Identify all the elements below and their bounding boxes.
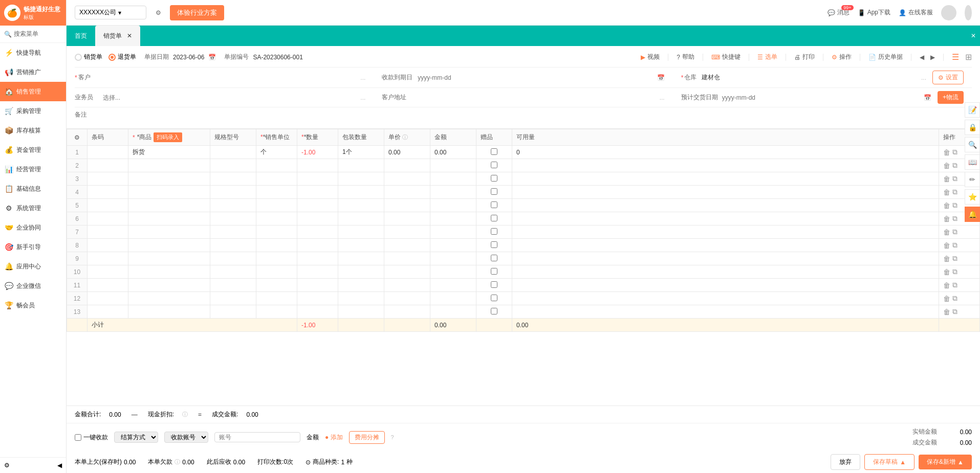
pkg-qty-2[interactable] <box>338 159 384 172</box>
amount-1[interactable]: 0.00 <box>430 146 476 159</box>
sidebar-item-collab[interactable]: 🤝 企业协同 <box>0 218 66 237</box>
user-avatar2[interactable] <box>965 5 972 20</box>
delete-row-5[interactable]: 🗑 <box>943 201 950 210</box>
float-pen-button[interactable]: ✏ <box>965 172 980 187</box>
sidebar-item-marketing[interactable]: 📢 营销推广 <box>0 62 66 82</box>
radio-return-order[interactable]: 退货单 <box>108 53 136 61</box>
copy-row-8[interactable]: ⧉ <box>952 241 957 250</box>
float-book-button[interactable]: 📖 <box>965 154 980 170</box>
calendar-icon[interactable]: 📅 <box>208 54 216 61</box>
sidebar-item-system[interactable]: ⚙ 系统管理 <box>0 198 66 218</box>
copy-row-1[interactable]: ⧉ <box>952 148 957 156</box>
delete-row-3[interactable]: 🗑 <box>943 175 950 183</box>
sidebar-search[interactable]: 🔍 搜索菜单 <box>0 26 66 43</box>
copy-row-9[interactable]: ⧉ <box>952 254 957 263</box>
salesperson-input[interactable] <box>103 94 358 101</box>
unit-price-1[interactable]: 0.00 <box>384 146 430 159</box>
barcode-2[interactable] <box>88 159 128 172</box>
copy-row-3[interactable]: ⧉ <box>952 174 957 183</box>
online-service-button[interactable]: 👤 在线客服 <box>899 8 933 17</box>
sidebar-item-guide[interactable]: 🎯 新手引导 <box>0 237 66 257</box>
gift-1[interactable] <box>476 146 512 159</box>
gift-checkbox-1[interactable] <box>491 148 497 155</box>
float-star-button[interactable]: ⭐ <box>965 189 980 205</box>
delete-row-2[interactable]: 🗑 <box>943 162 950 170</box>
copy-row-2[interactable]: ⧉ <box>952 161 957 170</box>
sidebar-item-basics[interactable]: 📋 基础信息 <box>0 179 66 198</box>
customer-more-icon[interactable]: ... <box>360 74 365 81</box>
remarks-input[interactable] <box>103 111 964 119</box>
view-toggle-list[interactable]: ☰ <box>952 52 959 62</box>
settings-icon[interactable]: ⚙ <box>4 462 10 469</box>
collapse-icon[interactable]: ◀ <box>57 462 62 469</box>
float-lock-button[interactable]: 🔒 <box>965 120 980 135</box>
prev-icon[interactable]: ◀ <box>920 54 924 61</box>
qty-1[interactable]: -1.00 <box>297 146 338 159</box>
tab-sales-order[interactable]: 销货单 ✕ <box>95 26 140 46</box>
delete-row-1[interactable]: 🗑 <box>943 148 950 156</box>
scan-button[interactable]: 扫码录入 <box>154 132 182 142</box>
copy-row-5[interactable]: ⧉ <box>952 201 957 210</box>
user-avatar[interactable] <box>941 5 956 20</box>
spec-1[interactable] <box>210 146 256 159</box>
copy-row-6[interactable]: ⧉ <box>952 214 957 223</box>
sidebar-item-quick-nav[interactable]: ⚡ 快捷导航 <box>0 43 66 62</box>
sidebar-item-member[interactable]: 🏆 畅会员 <box>0 296 66 315</box>
print-button[interactable]: 🖨 打印 <box>794 53 815 61</box>
history-button[interactable]: 📄 历史单据 <box>868 53 903 61</box>
help-button[interactable]: ? 帮助 <box>677 53 694 61</box>
delete-row-9[interactable]: 🗑 <box>943 255 950 263</box>
copy-row-10[interactable]: ⧉ <box>952 267 957 276</box>
barcode-1[interactable] <box>88 146 128 159</box>
copy-row-12[interactable]: ⧉ <box>952 294 957 303</box>
delivery-calendar-icon[interactable]: 📅 <box>924 94 931 101</box>
warehouse-more-icon[interactable]: ... <box>921 74 926 81</box>
delete-row-8[interactable]: 🗑 <box>943 241 950 250</box>
salesperson-more-icon[interactable]: ... <box>360 94 365 101</box>
settlement-method-select[interactable]: 结算方式 <box>114 432 158 443</box>
fee-split-button[interactable]: 费用分摊 <box>349 431 385 444</box>
save-draft-button[interactable]: 保存草稿 ▲ <box>864 454 914 470</box>
next-icon[interactable]: ▶ <box>930 54 935 61</box>
message-button[interactable]: 💬 消息 99+ <box>827 8 850 17</box>
save-new-button[interactable]: 保存&新增 ▲ <box>919 455 972 469</box>
operation-button[interactable]: ⚙ 操作 <box>832 53 852 61</box>
copy-row-13[interactable]: ⧉ <box>952 307 957 316</box>
copy-row-11[interactable]: ⧉ <box>952 281 957 289</box>
customer-addr-input[interactable] <box>418 94 657 101</box>
filter-button[interactable]: ☰ 选单 <box>757 53 777 61</box>
flow-button[interactable]: +物流 <box>938 91 964 104</box>
app-download-button[interactable]: 📱 App下载 <box>858 8 890 17</box>
shortcut-button[interactable]: ⌨ 快捷键 <box>711 53 741 61</box>
product-type-radio[interactable]: ⊙ <box>306 459 311 466</box>
sidebar-item-inventory[interactable]: 📦 库存核算 <box>0 121 66 140</box>
delete-row-4[interactable]: 🗑 <box>943 188 950 196</box>
tab-close-icon[interactable]: ✕ <box>127 32 132 39</box>
delete-row-10[interactable]: 🗑 <box>943 268 950 276</box>
delete-row-12[interactable]: 🗑 <box>943 295 950 303</box>
payment-calendar-icon[interactable]: 📅 <box>657 74 665 81</box>
copy-row-7[interactable]: ⧉ <box>952 228 957 236</box>
gift-2[interactable] <box>476 159 512 172</box>
delete-row-11[interactable]: 🗑 <box>943 281 950 289</box>
sidebar-item-wechat[interactable]: 💬 企业微信 <box>0 276 66 296</box>
addr-more-icon[interactable]: ... <box>660 94 665 101</box>
account-placeholder-input[interactable] <box>214 432 300 442</box>
view-toggle-grid[interactable]: ⊞ <box>965 52 972 62</box>
trial-button[interactable]: 体验行业方案 <box>170 5 224 20</box>
expected-delivery-input[interactable] <box>722 94 924 101</box>
one-click-payment-input[interactable] <box>75 434 81 441</box>
unit-1[interactable]: 个 <box>256 146 297 159</box>
qty-2[interactable] <box>297 159 338 172</box>
sidebar-item-app[interactable]: 🔔 应用中心 <box>0 257 66 276</box>
radio-sales-order[interactable]: 销货单 <box>75 53 102 61</box>
float-edit-button[interactable]: 📝 <box>965 102 980 118</box>
delete-row-13[interactable]: 🗑 <box>943 308 950 316</box>
spec-2[interactable] <box>210 159 256 172</box>
topbar-settings-button[interactable]: ⚙ <box>150 5 166 20</box>
product-1[interactable]: 拆货 <box>128 146 210 159</box>
close-window-button[interactable]: ✕ <box>971 32 976 39</box>
tab-home[interactable]: 首页 <box>67 26 95 46</box>
settings-form-button[interactable]: ⚙ 设置 <box>932 71 964 84</box>
product-2[interactable] <box>128 159 210 172</box>
